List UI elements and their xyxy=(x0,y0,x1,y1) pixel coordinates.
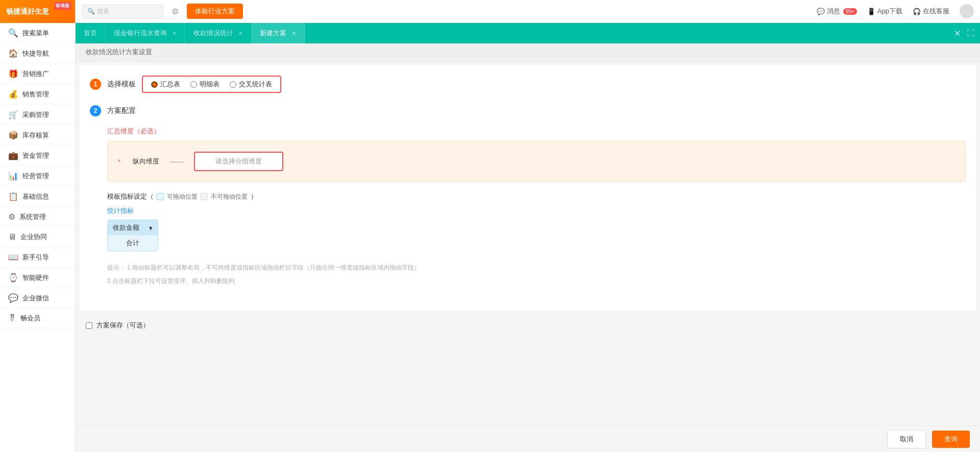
save-row: 方案保存（可选） xyxy=(76,315,980,336)
sidebar-logo: 畅捷通好生意 标准版 xyxy=(0,0,75,23)
settings-icon[interactable]: ⚙ xyxy=(172,7,179,16)
tab-label-new-plan: 新建方案 xyxy=(260,29,286,38)
tab-home[interactable]: 首页 xyxy=(76,23,106,43)
search-box[interactable]: 🔍 搜索 xyxy=(82,5,163,18)
indicator-card-body: 合计 xyxy=(108,235,158,251)
topbar-right: 💬 消息 99+ 📱 App下载 🎧 在线客服 xyxy=(817,4,974,18)
message-label: 消息 xyxy=(827,7,840,16)
message-icon: 💬 xyxy=(817,8,825,15)
fixed-legend-dot xyxy=(201,193,208,200)
stat-indicators-area: 统计指标 收款金额 ▾ 合计 xyxy=(107,206,966,251)
topbar: 🔍 搜索 ⚙ 体验行业方案 💬 消息 99+ 📱 App下载 🎧 在线客服 xyxy=(76,0,980,23)
sidebar-item-label: 营销推广 xyxy=(22,69,49,79)
search-menu-icon: 🔍 xyxy=(8,28,18,38)
sidebar-item-guide[interactable]: 📖新手引导 xyxy=(0,247,75,268)
capital-icon: 💼 xyxy=(8,151,18,160)
maximize-icon[interactable]: ⛶ xyxy=(967,29,975,38)
stat-indicators-label: 统计指标 xyxy=(107,206,966,216)
tab-label-bank-flow: 现金银行流水查询 xyxy=(114,29,167,38)
hint-text: 提示： 1.拖动标题栏可以调整布局，不可跨维度或指标区域拖动栏目字段（只能在同一… xyxy=(107,261,966,274)
sidebar-item-label: 资金管理 xyxy=(22,151,49,160)
tab-bank-flow[interactable]: 现金银行流水查询✕ xyxy=(106,23,185,43)
app-download-btn[interactable]: 📱 App下载 xyxy=(867,7,902,16)
wechat-icon: 💬 xyxy=(8,293,18,303)
save-checkbox[interactable] xyxy=(86,322,92,329)
sidebar-item-label: 系统管理 xyxy=(19,212,46,222)
support-icon: 🎧 xyxy=(913,8,921,15)
radio-detail[interactable]: 明细表 xyxy=(190,80,219,89)
page-title: 收款情况统计方案设置 xyxy=(76,43,980,61)
sales-icon: 💰 xyxy=(8,89,18,99)
inventory-icon: 📦 xyxy=(8,130,18,140)
sidebar-item-label: 经营管理 xyxy=(22,172,49,181)
system-icon: ⚙ xyxy=(8,212,15,222)
sidebar-item-purchase[interactable]: 🛒采购管理 xyxy=(0,105,75,125)
indicator-legend-row: 模板指标设定（ 可拖动位置 不可拖动位置 ） xyxy=(107,192,966,201)
step1-label: 选择模板 xyxy=(107,80,136,89)
tab-new-plan[interactable]: 新建方案✕ xyxy=(252,23,305,43)
radio-label-detail: 明细表 xyxy=(200,80,219,89)
sidebar-item-member[interactable]: 🎖畅会员 xyxy=(0,308,75,328)
sidebar-item-label: 销售管理 xyxy=(22,90,49,99)
query-button[interactable]: 查询 xyxy=(932,431,970,448)
tab-receipt-stat[interactable]: 收款情况统计✕ xyxy=(185,23,252,43)
sidebar-item-label: 智能硬件 xyxy=(22,273,49,282)
user-avatar[interactable] xyxy=(960,4,974,18)
smart-hw-icon: ⌚ xyxy=(8,273,18,282)
radio-input-summary[interactable] xyxy=(151,81,158,88)
sidebar-item-label: 快捷导航 xyxy=(22,49,49,58)
radio-label-summary: 汇总表 xyxy=(160,80,180,89)
dimension-select[interactable]: 请选择分组维度 xyxy=(194,152,283,171)
app-label: App下载 xyxy=(877,7,902,16)
sidebar-item-label: 企业协同 xyxy=(20,232,47,242)
indicator-name: 收款金额 xyxy=(113,223,139,232)
sidebar-item-inventory[interactable]: 📦库存核算 xyxy=(0,125,75,146)
industry-btn[interactable]: 体验行业方案 xyxy=(187,4,243,19)
step2-header: 2 方案配置 xyxy=(90,105,136,116)
sidebar-item-wechat[interactable]: 💬企业微信 xyxy=(0,288,75,308)
sidebar-item-basic-info[interactable]: 📋基础信息 xyxy=(0,186,75,207)
tab-close-receipt-stat[interactable]: ✕ xyxy=(238,30,243,37)
quick-nav-icon: 🏠 xyxy=(8,49,18,58)
close-window-icon[interactable]: ✕ xyxy=(954,29,961,38)
sidebar-item-search-menu[interactable]: 🔍搜索菜单 xyxy=(0,23,75,43)
cancel-button[interactable]: 取消 xyxy=(887,430,926,448)
sidebar-item-marketing[interactable]: 🎁营销推广 xyxy=(0,64,75,84)
content-area: 收款情况统计方案设置 1 选择模板 汇总表明细表交叉统计表 2 方案配置 汇总维… xyxy=(76,43,980,452)
sidebar-item-system[interactable]: ⚙系统管理 xyxy=(0,207,75,227)
member-icon: 🎖 xyxy=(8,314,16,323)
sidebar-item-label: 库存核算 xyxy=(22,131,49,140)
sidebar-item-label: 采购管理 xyxy=(22,110,49,120)
indicator-card-header: 收款金额 ▾ xyxy=(108,220,158,235)
tab-close-bank-flow[interactable]: ✕ xyxy=(172,30,177,37)
sidebar-item-operation[interactable]: 📊经营管理 xyxy=(0,166,75,186)
hint-section: 提示： 1.拖动标题栏可以调整布局，不可跨维度或指标区域拖动栏目字段（只能在同一… xyxy=(107,261,966,287)
support-btn[interactable]: 🎧 在线客服 xyxy=(913,7,949,16)
search-placeholder: 搜索 xyxy=(97,7,109,16)
arrow-icon: —— xyxy=(169,157,184,165)
save-label: 方案保存（可选） xyxy=(96,321,150,330)
tab-close-new-plan[interactable]: ✕ xyxy=(291,30,296,37)
hint-text: 2.点击标题栏下拉可设置排序、插入列和删除列 xyxy=(107,275,966,287)
logo-text: 畅捷通好生意 xyxy=(6,7,49,16)
sidebar-item-quick-nav[interactable]: 🏠快捷导航 xyxy=(0,43,75,64)
sidebar-item-capital[interactable]: 💼资金管理 xyxy=(0,146,75,166)
app-icon: 📱 xyxy=(867,8,875,15)
indicator-card: 收款金额 ▾ 合计 xyxy=(107,220,158,251)
movable-legend-label: 可拖动位置 xyxy=(167,193,198,201)
radio-input-detail[interactable] xyxy=(190,81,197,88)
basic-info-icon: 📋 xyxy=(8,192,18,201)
dimension-title: 汇总维度（必选） xyxy=(107,127,966,136)
radio-input-cross[interactable] xyxy=(230,81,236,88)
tab-label-receipt-stat: 收款情况统计 xyxy=(193,29,233,38)
indicator-chevron-icon[interactable]: ▾ xyxy=(149,224,153,232)
radio-summary[interactable]: 汇总表 xyxy=(151,80,180,89)
messages-btn[interactable]: 💬 消息 99+ xyxy=(817,7,857,16)
template-options-box: 汇总表明细表交叉统计表 xyxy=(142,76,281,93)
sidebar-item-smart-hw[interactable]: ⌚智能硬件 xyxy=(0,268,75,288)
dimension-title-text: 汇总维度（必选） xyxy=(107,127,160,135)
sidebar-item-enterprise[interactable]: 🖥企业协同 xyxy=(0,227,75,247)
movable-legend-dot xyxy=(157,193,164,200)
radio-cross[interactable]: 交叉统计表 xyxy=(230,80,272,89)
sidebar-item-sales[interactable]: 💰销售管理 xyxy=(0,84,75,105)
